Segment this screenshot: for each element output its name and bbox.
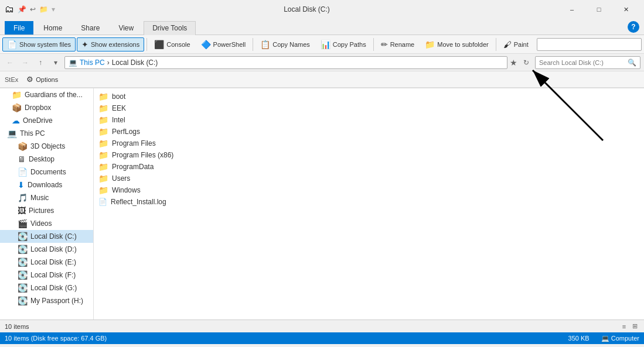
file-item-intel[interactable]: 📁 Intel [94,114,644,126]
file-item-windows[interactable]: 📁 Windows [94,184,644,196]
file-item-users[interactable]: 📁 Users [94,173,644,184]
options-button[interactable]: ⚙ Options [22,73,63,86]
sidebar-item-music[interactable]: 🎵 Music [0,191,93,204]
file-name-programfiles: Program Files [112,139,156,147]
view-details-button[interactable]: ≡ [619,322,629,331]
sidebar-item-localf[interactable]: 💽 Local Disk (F:) [0,269,93,281]
help-button[interactable]: ? [628,21,639,33]
folder-icon-programfiles: 📁 [98,139,108,148]
maximize-button[interactable]: □ [585,0,612,19]
powershell-icon: 🔷 [201,40,211,49]
close-button[interactable]: ✕ [612,0,639,19]
sidebar-item-guardians[interactable]: 📁 Guardians of the... [0,88,93,101]
file-item-boot[interactable]: 📁 boot [94,91,644,102]
folder-icon-perflogs: 📁 [98,127,108,136]
sidebar-item-documents[interactable]: 📄 Documents [0,166,93,178]
search-icon: 🔍 [628,59,636,67]
toolbar-sep-1 [146,38,147,51]
bookmark-button[interactable]: ★ [510,58,517,67]
quick-access-pin[interactable]: 📌 [18,5,26,13]
show-extensions-button[interactable]: ✦ Show extensions [77,37,144,51]
file-item-programdata[interactable]: 📁 ProgramData [94,161,644,173]
status2-computer: 💻 Computer [601,335,639,342]
rename-label: Rename [390,41,415,48]
sidebar-item-locald[interactable]: 💽 Local Disk (D:) [0,243,93,256]
rename-icon: ✏ [381,40,388,49]
address-bar: ← → ↑ ▾ 💻 This PC › Local Disk (C:) ★ ↻ … [0,54,644,71]
toolbar-search-input[interactable] [537,38,642,51]
sidebar-item-desktop[interactable]: 🖥 Desktop [0,153,93,166]
sidebar-item-documents-label: Documents [30,168,66,176]
file-item-programfilesx86[interactable]: 📁 Program Files (x86) [94,149,644,161]
file-name-eek: EEK [112,104,126,112]
dropbox-icon: 📦 [12,103,22,112]
move-to-subfolder-button[interactable]: 📁 Move to subfolder [420,37,493,51]
sidebar-item-locale[interactable]: 💽 Local Disk (E:) [0,256,93,269]
search-input[interactable] [539,59,628,66]
show-system-files-button[interactable]: 📄 Show system files [2,37,76,51]
file-name-intel: Intel [112,116,125,124]
localg-icon: 💽 [18,283,28,293]
search-box[interactable]: 🔍 [535,56,640,69]
sidebar-item-thispc[interactable]: 💻 This PC [0,127,93,140]
tab-view[interactable]: View [110,21,142,35]
status-bar: 10 items ≡ ⊞ [0,319,644,332]
move-to-subfolder-icon: 📁 [425,40,435,49]
copy-names-label: Copy Names [272,41,310,48]
item-count: 10 items [5,323,29,330]
tab-manage[interactable]: Drive Tools [144,21,196,35]
paint-label: Paint [514,41,529,48]
quick-access-undo[interactable]: ↩ [30,5,36,13]
sidebar-item-pictures[interactable]: 🖼 Pictures [0,204,93,217]
copy-names-icon: 📋 [260,40,270,49]
powershell-button[interactable]: 🔷 PowerShell [196,37,251,51]
sidebar-item-localg[interactable]: 💽 Local Disk (G:) [0,281,93,294]
minimize-button[interactable]: – [558,0,585,19]
nav-up-button[interactable]: ↑ [34,56,47,69]
file-name-perflogs: PerfLogs [112,128,140,136]
quick-access-folder[interactable]: 📁 [39,5,48,13]
sidebar-item-dropbox[interactable]: 📦 Dropbox [0,101,93,114]
music-icon: 🎵 [18,193,28,202]
address-path[interactable]: 💻 This PC › Local Disk (C:) [64,56,507,69]
copy-paths-label: Copy Paths [333,41,366,48]
nav-back-button[interactable]: ← [4,56,16,69]
tab-share[interactable]: Share [72,21,108,35]
sidebar-item-videos-label: Videos [30,219,52,228]
sidebar-item-mypassport[interactable]: 💽 My Passport (H:) [0,294,93,307]
sidebar-item-videos[interactable]: 🎬 Videos [0,217,93,230]
status2-size: 350 KB [568,335,590,342]
title-bar-title: Local Disk (C:) [57,5,556,13]
sidebar-item-downloads-label: Downloads [28,181,62,189]
rename-button[interactable]: ✏ Rename [376,37,420,51]
sidebar-item-downloads[interactable]: ⬇ Downloads [0,178,93,191]
title-bar: 🗂 📌 ↩ 📁 ▾ Local Disk (C:) – □ ✕ [0,0,644,19]
tab-file[interactable]: File [5,21,33,35]
file-name-programdata: ProgramData [112,163,154,171]
show-system-files-icon: 📄 [7,40,17,49]
options-label: Options [36,76,58,83]
quick-access-chevron[interactable]: ▾ [52,5,55,13]
nav-recent-button[interactable]: ▾ [49,56,62,69]
path-this-pc[interactable]: This PC [80,59,105,67]
view-large-button[interactable]: ⊞ [630,322,639,331]
file-item-perflogs[interactable]: 📁 PerfLogs [94,126,644,138]
copy-paths-button[interactable]: 📊 Copy Paths [316,37,371,51]
sidebar-item-localc[interactable]: 💽 Local Disk (C:) [0,230,93,243]
locale-icon: 💽 [18,257,28,267]
file-name-windows: Windows [112,186,141,194]
sidebar-item-3dobjects[interactable]: 📦 3D Objects [0,140,93,153]
file-item-eek[interactable]: 📁 EEK [94,102,644,114]
file-item-programfiles[interactable]: 📁 Program Files [94,138,644,149]
refresh-button[interactable]: ↻ [520,56,533,69]
path-local-disk[interactable]: Local Disk (C:) [112,59,158,67]
copy-names-button[interactable]: 📋 Copy Names [255,37,315,51]
console-button[interactable]: ⬛ Console [149,37,195,51]
mypassport-icon: 💽 [18,296,28,305]
nav-forward-button[interactable]: → [19,56,32,69]
sidebar-item-onedrive[interactable]: ☁ OneDrive [0,114,93,127]
tab-home[interactable]: Home [35,21,71,35]
file-item-reflectlog[interactable]: 📄 Reflect_Install.log [94,196,644,208]
path-chevron-1: › [107,59,110,67]
paint-button[interactable]: 🖌 Paint [499,37,533,51]
